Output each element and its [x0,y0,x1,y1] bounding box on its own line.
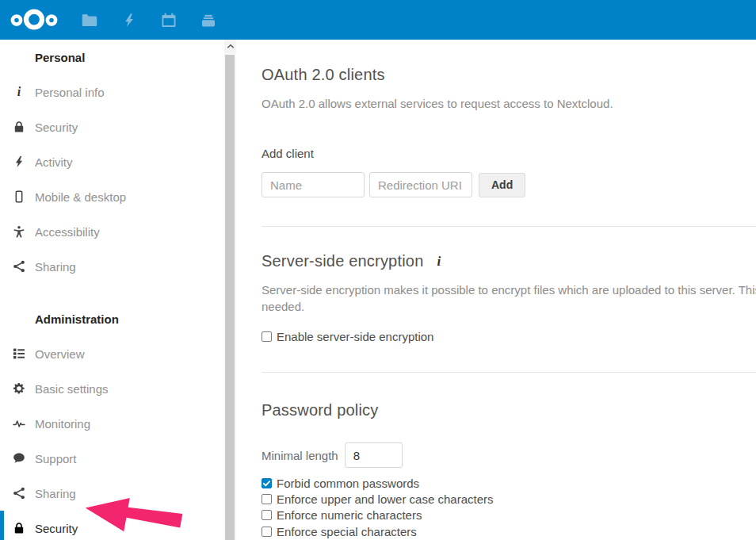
client-name-input[interactable] [262,172,365,197]
minimal-length-label: Minimal length [262,449,338,462]
policy-checkbox[interactable] [262,478,272,488]
enable-encryption-label: Enable server-side encryption [277,330,433,343]
enable-encryption-row[interactable]: Enable server-side encryption [262,330,756,343]
policy-checkbox-label: Forbid common passwords [277,477,419,490]
policy-checkbox[interactable] [262,510,272,520]
policy-checkbox-label: Enforce numeric characters [277,508,422,522]
settings-sidebar: PersonaliPersonal infoSecurityActivityMo… [0,40,238,540]
gear-icon [13,382,25,395]
policy-row-enforce-upper-and-lower-case-characters[interactable]: Enforce upper and lower case characters [262,491,756,507]
archive-icon [200,13,216,28]
password-policy-title: Password policy [262,401,756,419]
app-button-archive[interactable] [189,0,228,40]
sidebar-item-label: Mobile & desktop [35,190,126,204]
sidebar-item-mobile-desktop[interactable]: Mobile & desktop [0,179,238,214]
oauth-section-title: OAuth 2.0 clients [262,66,756,84]
sidebar-item-label: Accessibility [35,225,100,239]
password-policy-options: Forbid common passwordsEnforce upper and… [262,475,756,540]
folder-icon [82,13,97,28]
bolt-icon [13,155,25,168]
section-divider [262,226,756,227]
oauth-clients-section: OAuth 2.0 clients OAuth 2.0 allows exter… [262,40,756,197]
encryption-section-description: Server-side encryption makes it possible… [262,281,756,315]
sidebar-item-support-admin[interactable]: Support [0,441,238,476]
policy-row-enforce-numeric-characters[interactable]: Enforce numeric characters [262,507,756,523]
policy-row-enforce-special-characters[interactable]: Enforce special characters [262,523,756,539]
password-policy-section: Password policy Minimal length Forbid co… [262,401,756,540]
bolt-icon [121,13,137,28]
settings-content: OAuth 2.0 clients OAuth 2.0 allows exter… [238,40,756,540]
sidebar-item-label: Overview [35,347,85,361]
add-client-label: Add client [262,147,756,160]
policy-checkbox-label: Enforce special characters [277,525,417,538]
sidebar-item-label: Activity [35,155,73,169]
sidebar-item-label: Basic settings [35,382,109,396]
section-divider [262,372,756,373]
scrollbar-thumb[interactable] [225,55,235,540]
app-button-calendar[interactable] [149,0,189,40]
minimal-length-row: Minimal length [262,442,756,468]
sidebar-item-overview-admin[interactable]: Overview [0,336,238,371]
sidebar-item-personal-info[interactable]: iPersonal info [0,75,238,109]
sidebar-item-label: Personal info [35,86,105,99]
sidebar-item-label: Security [35,522,78,535]
sidebar-section-header-personal: Personal [0,40,238,75]
add-client-form: Add [262,172,756,197]
sidebar-item-activity[interactable]: Activity [0,144,238,179]
scroll-up-button[interactable] [224,40,236,53]
add-client-button[interactable]: Add [479,173,525,197]
minimal-length-input[interactable] [345,442,403,468]
pulse-icon [13,417,25,430]
app-menu [70,0,228,40]
chevron-up-icon [227,44,235,49]
enable-encryption-checkbox[interactable] [262,331,272,342]
accessibility-icon [13,225,25,238]
sidebar-section-gap [0,284,238,301]
top-header [0,0,756,40]
lock-icon [13,522,25,534]
sidebar-item-label: Monitoring [35,417,90,431]
chat-icon [13,452,25,465]
share-icon [13,487,25,500]
sidebar-item-label: Sharing [35,487,76,500]
sidebar-item-label: Sharing [35,260,76,274]
lock-icon [13,121,25,133]
sidebar-scrollbar[interactable] [224,40,236,540]
sidebar-section-header-administration: Administration [0,301,238,336]
nextcloud-logo[interactable] [9,6,59,34]
redirection-uri-input[interactable] [369,172,472,197]
share-icon [13,260,25,273]
policy-row-forbid-common-passwords[interactable]: Forbid common passwords [262,475,756,491]
encryption-section-title: Server-side encryption [262,252,424,270]
phone-icon [13,190,25,203]
info-icon[interactable]: i [437,254,441,270]
info-icon: i [13,86,25,98]
oauth-section-description: OAuth 2.0 allows external services to re… [262,95,756,112]
sidebar-item-label: Support [35,452,77,465]
app-button-activity[interactable] [109,0,149,40]
calendar-icon [161,13,177,28]
list-icon [13,347,25,360]
sidebar-item-monitoring-admin[interactable]: Monitoring [0,406,238,441]
policy-checkbox[interactable] [262,527,272,537]
sidebar-item-accessibility[interactable]: Accessibility [0,214,238,249]
app-button-files[interactable] [70,0,109,40]
policy-checkbox[interactable] [262,494,272,504]
sidebar-item-sharing[interactable]: Sharing [0,249,238,284]
sidebar-item-security[interactable]: Security [0,109,238,144]
server-side-encryption-section: Server-side encryption i Server-side enc… [262,252,756,343]
sidebar-item-label: Security [35,121,78,134]
sidebar-item-basic-settings-admin[interactable]: Basic settings [0,371,238,406]
policy-checkbox-label: Enforce upper and lower case characters [277,492,493,506]
